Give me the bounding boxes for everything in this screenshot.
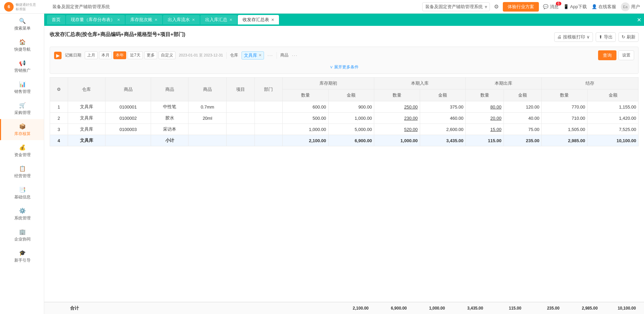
gear-button[interactable]: ⚙ <box>494 3 499 10</box>
th-out-amt: 金额 <box>503 89 542 101</box>
cell-out-amt: 120.00 <box>503 101 542 113</box>
cell-balance-qty: 2,985.00 <box>542 135 588 146</box>
guide-icon: 🎓 <box>19 250 26 256</box>
tab-close-batch-ledger[interactable]: ✕ <box>154 18 158 22</box>
cell-product-name: 采访本 <box>151 124 188 135</box>
date-btn-this-year[interactable]: 本年 <box>113 51 126 59</box>
cell-in-amt: 2,600.00 <box>420 124 466 135</box>
cell-in-amt: 375.00 <box>420 101 466 113</box>
cell-row-num: 3 <box>50 124 68 135</box>
warehouse-tag[interactable]: 文具库 ✕ <box>242 51 264 60</box>
cell-in-qty[interactable]: 230.00 <box>374 113 420 124</box>
sidebar-item-basic[interactable]: 📑 基础信息 <box>0 182 44 203</box>
th-product-code: 商品 <box>105 78 151 101</box>
table-settings-col[interactable]: ⚙ <box>50 78 68 101</box>
cell-project <box>227 113 255 124</box>
query-button[interactable]: 查询 <box>598 50 616 60</box>
sys-select-btn[interactable]: 装备及固定资产辅助管理系统 ▼ <box>422 2 490 11</box>
tab-inout-summary[interactable]: 出入库汇总 ✕ <box>200 15 237 24</box>
cell-product-spec <box>188 124 227 135</box>
filter-divider2 <box>277 52 277 59</box>
product-filter-dots[interactable]: ··· <box>292 53 298 58</box>
sidebar-item-label: 基础信息 <box>14 194 31 200</box>
tab-close-inout-flow[interactable]: ✕ <box>192 18 195 22</box>
sidebar-item-purchase[interactable]: 🛒 采购管理 <box>0 98 44 119</box>
filter-expand-button[interactable]: ▶ <box>54 52 62 59</box>
tab-close-inventory-dist[interactable]: ✕ <box>117 18 120 22</box>
cell-opening-qty: 600.00 <box>283 101 329 113</box>
cell-department <box>254 101 283 113</box>
th-balance-qty: 数量 <box>542 89 588 101</box>
tab-home[interactable]: 首页 <box>47 15 65 24</box>
sidebar: 🔍 搜索菜单 🏠 快捷导航 📢 营销推广 📊 销售管理 🛒 采购管理 📦 库存核… <box>0 14 44 314</box>
tab-bar-close-button[interactable]: ✕ <box>637 17 641 23</box>
cell-in-amt: 3,435.00 <box>420 135 466 146</box>
cell-project <box>227 135 255 146</box>
cell-out-amt: 40.00 <box>503 113 542 124</box>
export-button[interactable]: ⬆ 导出 <box>596 32 616 42</box>
tab-inout-flow[interactable]: 出入库流水 ✕ <box>163 15 200 24</box>
avatar: Ea <box>621 2 630 11</box>
date-filter-label: 记账日期 <box>65 52 81 58</box>
date-btn-more[interactable]: 更多 <box>144 51 157 59</box>
sidebar-item-quick-nav[interactable]: 🏠 快捷导航 <box>0 35 44 56</box>
cell-product-name: 胶水 <box>151 113 188 124</box>
tab-close-recv-send-summary[interactable]: ✕ <box>271 18 274 22</box>
marketing-icon: 📢 <box>19 60 26 66</box>
refresh-button[interactable]: ↻ 刷新 <box>618 32 639 42</box>
tab-close-inout-summary[interactable]: ✕ <box>229 18 232 22</box>
print-button[interactable]: 🖨 按模板打印 ∨ <box>554 32 593 42</box>
cell-out-qty[interactable]: 80.00 <box>466 101 504 113</box>
sidebar-item-operations[interactable]: 📋 经营管理 <box>0 161 44 182</box>
filter-action-buttons: 查询 设置 <box>598 50 634 60</box>
search-icon: 🔍 <box>19 18 26 24</box>
messages-button[interactable]: 💬 消息 6 <box>543 4 559 10</box>
cell-product-code: 0100003 <box>105 124 151 135</box>
expand-more-button[interactable]: ∨ 展开更多条件 <box>330 64 359 70</box>
sidebar-item-sales[interactable]: 📊 销售管理 <box>0 77 44 98</box>
logo-area: 6 畅捷通好生意 标准版 <box>4 2 48 12</box>
data-table: ⚙ 仓库 商品 商品 商品 项目 部门 库存期初 本期入库 本期出库 结存 数量 <box>50 77 639 146</box>
logo-icon: 6 <box>4 2 14 12</box>
sidebar-item-finance[interactable]: 💰 资金管理 <box>0 140 44 161</box>
sidebar-item-label: 营销推广 <box>14 68 31 73</box>
cell-in-qty[interactable]: 520.00 <box>374 124 420 135</box>
cell-opening-qty: 1,000.00 <box>283 124 329 135</box>
th-opening-amt: 金额 <box>328 89 374 101</box>
cell-out-qty[interactable]: 15.00 <box>466 124 504 135</box>
th-product-name: 商品 <box>151 78 188 101</box>
th-in-amt: 金额 <box>420 89 466 101</box>
operations-icon: 📋 <box>19 165 26 172</box>
filter-settings-button[interactable]: 设置 <box>618 50 634 60</box>
warehouse-filter-dots[interactable]: ··· <box>267 53 273 58</box>
date-btn-custom[interactable]: 自定义 <box>159 51 176 59</box>
app-download-button[interactable]: 📱 App下载 <box>563 4 587 10</box>
footer-product-spec <box>219 306 257 311</box>
date-btn-7days[interactable]: 近7天 <box>128 51 143 59</box>
online-service-button[interactable]: 👤 在线客服 <box>592 4 616 10</box>
sidebar-item-system[interactable]: ⚙️ 系统管理 <box>0 203 44 225</box>
cell-out-qty[interactable]: 20.00 <box>466 113 504 124</box>
warehouse-tag-close[interactable]: ✕ <box>259 53 262 57</box>
date-btn-last-month[interactable]: 上月 <box>85 51 98 59</box>
date-btn-this-month[interactable]: 本月 <box>99 51 112 59</box>
cell-out-amt: 75.00 <box>503 124 542 135</box>
sidebar-item-search[interactable]: 🔍 搜索菜单 <box>0 14 44 35</box>
cell-in-qty[interactable]: 250.00 <box>374 101 420 113</box>
cell-project <box>227 101 255 113</box>
tab-inventory-dist[interactable]: 现存量（库存分布表） ✕ <box>66 15 125 24</box>
cell-in-amt: 460.00 <box>420 113 466 124</box>
sidebar-item-inventory[interactable]: 📦 库存核算 <box>0 119 44 140</box>
trial-button[interactable]: 体验行业方案 <box>503 2 539 12</box>
tab-recv-send-summary[interactable]: 收发存汇总表 ✕ <box>238 15 279 24</box>
cell-row-num: 2 <box>50 113 68 124</box>
sidebar-item-marketing[interactable]: 📢 营销推广 <box>0 56 44 77</box>
user-button[interactable]: Ea 用户 <box>621 2 640 11</box>
tab-batch-ledger[interactable]: 库存批次账 ✕ <box>126 15 162 24</box>
cell-warehouse: 文具库 <box>68 135 105 146</box>
sidebar-item-label: 销售管理 <box>14 89 31 95</box>
cell-balance-amt: 1,155.00 <box>588 101 639 113</box>
sidebar-item-guide[interactable]: 🎓 新手引导 <box>0 246 44 267</box>
top-right-actions: 💬 消息 6 📱 App下载 👤 在线客服 Ea 用户 <box>543 2 640 11</box>
sidebar-item-enterprise[interactable]: 🏢 企业协同 <box>0 225 44 246</box>
